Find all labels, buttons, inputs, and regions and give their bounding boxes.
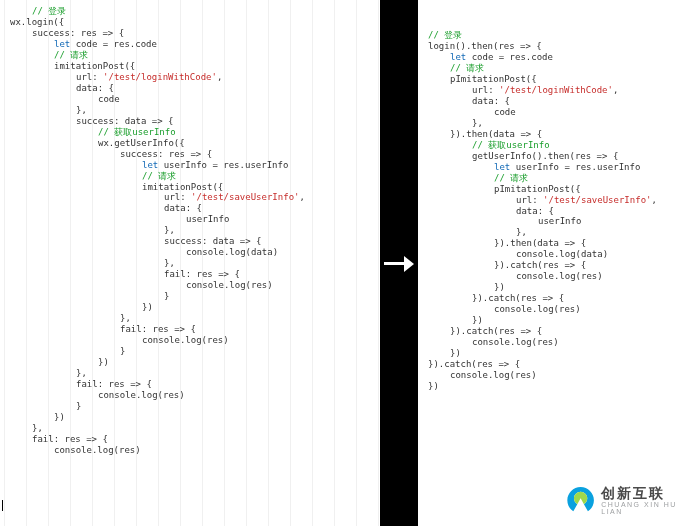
code-token: , xyxy=(217,72,222,82)
code-token: success: res => { xyxy=(32,28,124,38)
code-line: }, xyxy=(424,118,700,129)
code-line: // 请求 xyxy=(6,171,380,182)
code-line: success: data => { xyxy=(6,116,380,127)
code-line: fail: res => { xyxy=(6,269,380,280)
code-line: pImitationPost({ xyxy=(424,184,700,195)
code-token: , xyxy=(299,192,304,202)
code-token: console.log(res) xyxy=(54,445,141,455)
code-line: }, xyxy=(6,423,380,434)
code-line: // 请求 xyxy=(424,173,700,184)
code-line: // 登录 xyxy=(6,6,380,17)
brand-name-cn: 创新互联 xyxy=(601,486,694,501)
code-line: }).catch(res => { xyxy=(424,293,700,304)
brand-name-en: CHUANG XIN HU LIAN xyxy=(601,501,694,516)
code-line: } xyxy=(6,291,380,302)
code-token: let xyxy=(494,162,510,172)
code-token: // 请求 xyxy=(142,171,176,181)
code-line: console.log(data) xyxy=(6,247,380,258)
code-line: }) xyxy=(424,348,700,359)
code-token: console.log(res) xyxy=(142,335,229,345)
code-line: let userInfo = res.userInfo xyxy=(424,162,700,173)
code-line: url: '/test/saveUserInfo', xyxy=(6,192,380,203)
code-line: }).catch(res => { xyxy=(424,359,700,370)
code-line: }, xyxy=(6,258,380,269)
code-line: console.log(res) xyxy=(424,304,700,315)
code-line: }, xyxy=(6,225,380,236)
code-line: let code = res.code xyxy=(6,39,380,50)
code-token: fail: res => { xyxy=(76,379,152,389)
code-token: }, xyxy=(472,118,483,128)
code-token: }, xyxy=(164,225,175,235)
code-line: // 请求 xyxy=(6,50,380,61)
code-token: }) xyxy=(428,381,439,391)
code-line: imitationPost({ xyxy=(6,182,380,193)
code-line: console.log(data) xyxy=(424,249,700,260)
code-line: data: { xyxy=(424,206,700,217)
code-line: }).catch(res => { xyxy=(424,326,700,337)
code-token: }, xyxy=(76,368,87,378)
code-token: // 获取userInfo xyxy=(98,127,176,137)
code-line: code xyxy=(6,94,380,105)
code-token: console.log(res) xyxy=(494,304,581,314)
code-line: }) xyxy=(6,302,380,313)
code-token: '/test/loginWithCode' xyxy=(103,72,217,82)
left-code-block: // 登录wx.login({success: res => {let code… xyxy=(6,6,380,456)
code-token: let xyxy=(142,160,158,170)
code-line: }).then(data => { xyxy=(424,129,700,140)
right-code-block: // 登录login().then(res => {let code = res… xyxy=(424,30,700,392)
code-token: }) xyxy=(472,315,483,325)
code-token: data: { xyxy=(76,83,114,93)
code-line: success: res => { xyxy=(6,28,380,39)
code-line: console.log(res) xyxy=(424,271,700,282)
code-line: }) xyxy=(6,357,380,368)
code-line: fail: res => { xyxy=(6,324,380,335)
code-line: }, xyxy=(6,313,380,324)
code-token: imitationPost({ xyxy=(54,61,135,71)
code-token: userInfo = res.userInfo xyxy=(510,162,640,172)
code-token: }).then(data => { xyxy=(450,129,542,139)
code-token: '/test/saveUserInfo' xyxy=(543,195,651,205)
arrow-right-icon xyxy=(384,252,414,276)
code-token: // 登录 xyxy=(428,30,462,40)
code-line: }).catch(res => { xyxy=(424,260,700,271)
code-token: wx.getUserInfo({ xyxy=(98,138,185,148)
code-line: getUserInfo().then(res => { xyxy=(424,151,700,162)
code-token: } xyxy=(164,291,169,301)
code-token: code xyxy=(494,107,516,117)
code-line: } xyxy=(6,401,380,412)
code-token: success: data => { xyxy=(76,116,174,126)
code-token: pImitationPost({ xyxy=(494,184,581,194)
code-line: console.log(res) xyxy=(424,370,700,381)
code-token: userInfo = res.userInfo xyxy=(158,160,288,170)
code-line: success: res => { xyxy=(6,149,380,160)
code-token: '/test/saveUserInfo' xyxy=(191,192,299,202)
brand-logo-icon xyxy=(564,483,597,519)
code-token: success: data => { xyxy=(164,236,262,246)
code-token: }, xyxy=(164,258,175,268)
code-token: userInfo xyxy=(186,214,229,224)
code-token: }).catch(res => { xyxy=(472,293,564,303)
code-token: data: { xyxy=(472,96,510,106)
code-token: console.log(data) xyxy=(516,249,608,259)
code-token: success: res => { xyxy=(120,149,212,159)
code-token: console.log(data) xyxy=(186,247,278,257)
code-line: console.log(res) xyxy=(6,390,380,401)
right-code-panel: // 登录login().then(res => {let code = res… xyxy=(418,0,700,526)
code-token: // 请求 xyxy=(494,173,528,183)
code-token: , xyxy=(651,195,656,205)
code-token: wx.login({ xyxy=(10,17,64,27)
code-line: url: '/test/saveUserInfo', xyxy=(424,195,700,206)
code-token: }) xyxy=(98,357,109,367)
code-token: // 登录 xyxy=(32,6,66,16)
code-token: fail: res => { xyxy=(164,269,240,279)
code-line: }, xyxy=(6,368,380,379)
code-line: // 获取userInfo xyxy=(6,127,380,138)
code-line: console.log(res) xyxy=(6,445,380,456)
code-token: '/test/loginWithCode' xyxy=(499,85,613,95)
code-line: login().then(res => { xyxy=(424,41,700,52)
code-token: fail: res => { xyxy=(120,324,196,334)
code-token: }, xyxy=(76,105,87,115)
code-line: // 请求 xyxy=(424,63,700,74)
code-token: userInfo xyxy=(538,216,581,226)
code-line: wx.getUserInfo({ xyxy=(6,138,380,149)
